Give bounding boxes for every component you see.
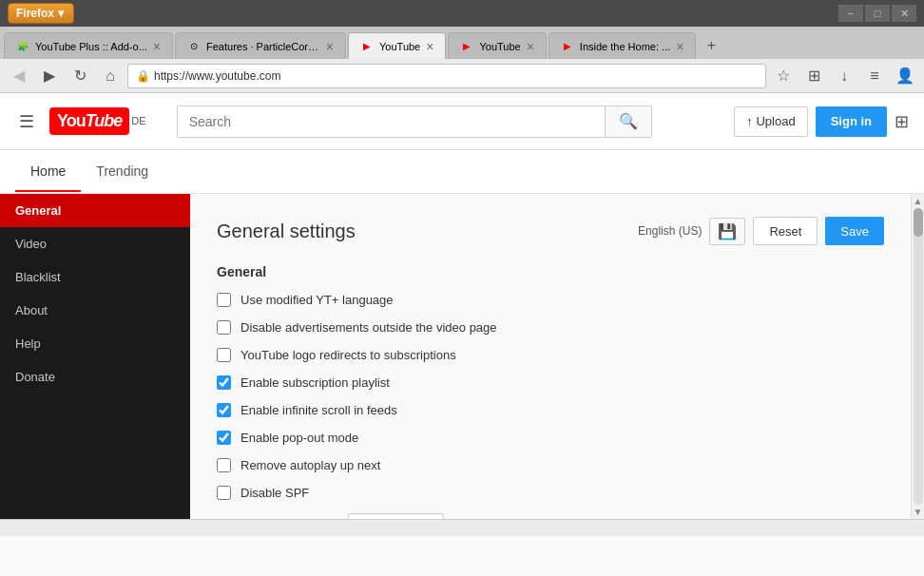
tab-youtubePlus[interactable]: 🧩 YouTube Plus :: Add-o... × <box>4 32 173 59</box>
tab-youtube-active[interactable]: ▶ YouTube × <box>348 32 446 59</box>
tab-inside-home[interactable]: ▶ Inside the Home: ... × <box>549 32 697 59</box>
signin-button[interactable]: Sign in <box>816 106 887 137</box>
tab-favicon-3: ▶ <box>360 40 374 53</box>
setting-row-4: Enable subscription playlist <box>217 375 884 390</box>
checkbox-modified-language[interactable] <box>217 293 231 307</box>
new-tab-button[interactable]: + <box>698 32 724 59</box>
firefox-label: Firefox <box>16 7 54 20</box>
tab-favicon-2: ⊙ <box>187 40 201 53</box>
sidebar: General Video Blacklist About Help Donat… <box>0 194 190 519</box>
setting-row-2: Disable advertisements outside the video… <box>217 320 884 335</box>
scroll-track[interactable] <box>914 208 923 505</box>
default-channel-row: Default channel page: Default Videos Pla… <box>217 513 884 519</box>
checkbox-logo-redirect[interactable] <box>217 348 231 362</box>
checkbox-remove-autoplay[interactable] <box>217 458 231 472</box>
label-logo-redirect[interactable]: YouTube logo redirects to subscriptions <box>241 348 456 362</box>
sidebar-item-donate[interactable]: Donate <box>0 360 190 394</box>
youtube-logo-box: YouTube <box>49 107 129 135</box>
title-bar-left: Firefox ▾ <box>8 3 74 24</box>
save-icon-button[interactable]: 💾 <box>709 218 745 245</box>
tab-close-3[interactable]: × <box>426 39 433 54</box>
sidebar-item-general[interactable]: General <box>0 194 190 227</box>
setting-row-6: Enable pop-out mode <box>217 431 884 445</box>
download-button[interactable]: ↓ <box>831 63 857 89</box>
tab-youtube-2[interactable]: ▶ YouTube × <box>448 32 546 59</box>
tab-title-3: YouTube <box>379 41 420 52</box>
navigation-bar: ◀ ▶ ↻ ⌂ 🔒 https://www.youtube.com ☆ ⊞ ↓ … <box>0 59 924 93</box>
setting-row-7: Remove autoplay up next <box>217 458 884 472</box>
home-button[interactable]: ⌂ <box>97 63 124 89</box>
forward-button[interactable]: ▶ <box>36 63 63 89</box>
pocket-button[interactable]: ⊞ <box>800 63 827 89</box>
tab-close-1[interactable]: × <box>153 39 161 54</box>
label-disable-spf[interactable]: Disable SPF <box>241 486 309 500</box>
scroll-up-button[interactable]: ▲ <box>914 196 923 206</box>
checkbox-popout-mode[interactable] <box>217 431 231 445</box>
checkbox-infinite-scroll[interactable] <box>217 403 231 417</box>
sidebar-item-help[interactable]: Help <box>0 327 190 360</box>
section-general-title: General <box>217 264 884 279</box>
scroll-down-button[interactable]: ▼ <box>914 507 923 517</box>
scrollbar[interactable]: ▲ ▼ <box>911 194 924 519</box>
menu-button[interactable]: ≡ <box>861 63 888 89</box>
tabs-bar: 🧩 YouTube Plus :: Add-o... × ⊙ Features … <box>0 27 924 59</box>
label-infinite-scroll[interactable]: Enable infinite scroll in feeds <box>241 403 397 417</box>
upload-button[interactable]: ↑ Upload <box>734 106 808 137</box>
label-popout-mode[interactable]: Enable pop-out mode <box>241 431 358 445</box>
label-subscription-playlist[interactable]: Enable subscription playlist <box>241 375 390 390</box>
sidebar-item-video[interactable]: Video <box>0 227 190 260</box>
logo-tube: Tube <box>86 111 123 130</box>
search-bar: 🔍 <box>177 106 652 138</box>
url-bar[interactable]: 🔒 https://www.youtube.com <box>127 64 766 88</box>
tab-favicon-5: ▶ <box>561 40 574 53</box>
tab-favicon-1: 🧩 <box>16 40 29 53</box>
setting-row-1: Use modified YT+ language <box>217 293 884 307</box>
tab-trending[interactable]: Trending <box>81 152 164 192</box>
page-title: General settings <box>217 221 356 242</box>
youtube-logo[interactable]: YouTube DE <box>49 107 146 135</box>
reload-button[interactable]: ↻ <box>67 63 93 89</box>
upload-icon: ↑ <box>746 114 753 128</box>
search-button[interactable]: 🔍 <box>605 106 652 138</box>
label-remove-autoplay[interactable]: Remove autoplay up next <box>241 458 380 472</box>
reset-button[interactable]: Reset <box>753 217 818 245</box>
youtube-header: ☰ YouTube DE 🔍 ↑ Upload Sign in ⊞ <box>0 93 924 150</box>
scroll-thumb[interactable] <box>914 208 923 237</box>
label-disable-ads[interactable]: Disable advertisements outside the video… <box>241 320 497 335</box>
firefox-menu-button[interactable]: Firefox ▾ <box>8 3 74 24</box>
tab-close-5[interactable]: × <box>676 39 683 54</box>
user-button[interactable]: 👤 <box>892 63 918 89</box>
tab-close-4[interactable]: × <box>527 39 534 54</box>
setting-row-5: Enable infinite scroll in feeds <box>217 403 884 417</box>
youtube-apps-button[interactable]: ⊞ <box>895 111 909 132</box>
label-modified-language[interactable]: Use modified YT+ language <box>241 293 394 307</box>
tab-home[interactable]: Home <box>15 152 81 192</box>
tab-title-5: Inside the Home: ... <box>580 41 670 52</box>
default-channel-select[interactable]: Default Videos Playlists Channels Discus… <box>348 513 444 519</box>
checkbox-disable-ads[interactable] <box>217 320 231 335</box>
logo-you: You <box>57 111 86 130</box>
minimize-button[interactable]: − <box>838 5 863 22</box>
checkbox-disable-spf[interactable] <box>217 486 231 500</box>
back-button[interactable]: ◀ <box>6 63 32 89</box>
lock-icon: 🔒 <box>136 69 150 83</box>
tab-close-2[interactable]: × <box>326 39 334 54</box>
search-input[interactable] <box>177 106 605 138</box>
youtube-tabs: Home Trending <box>15 152 164 192</box>
setting-row-3: YouTube logo redirects to subscriptions <box>217 348 884 362</box>
hamburger-menu[interactable]: ☰ <box>15 107 38 136</box>
maximize-button[interactable]: □ <box>865 5 890 22</box>
tab-title-4: YouTube <box>479 41 520 52</box>
setting-row-8: Disable SPF <box>217 486 884 500</box>
sidebar-item-blacklist[interactable]: Blacklist <box>0 260 190 294</box>
language-label: English (US) <box>638 224 702 238</box>
close-button[interactable]: ✕ <box>892 5 916 22</box>
save-button[interactable]: Save <box>825 217 884 245</box>
title-bar: Firefox ▾ − □ ✕ <box>0 0 924 27</box>
sidebar-item-about[interactable]: About <box>0 294 190 327</box>
checkbox-subscription-playlist[interactable] <box>217 375 231 390</box>
bookmark-button[interactable]: ☆ <box>770 63 797 89</box>
header-actions: ↑ Upload Sign in ⊞ <box>734 106 909 137</box>
tab-features[interactable]: ⊙ Features · ParticleCore... × <box>175 32 346 59</box>
settings-content: General settings English (US) 💾 Reset Sa… <box>190 194 911 519</box>
